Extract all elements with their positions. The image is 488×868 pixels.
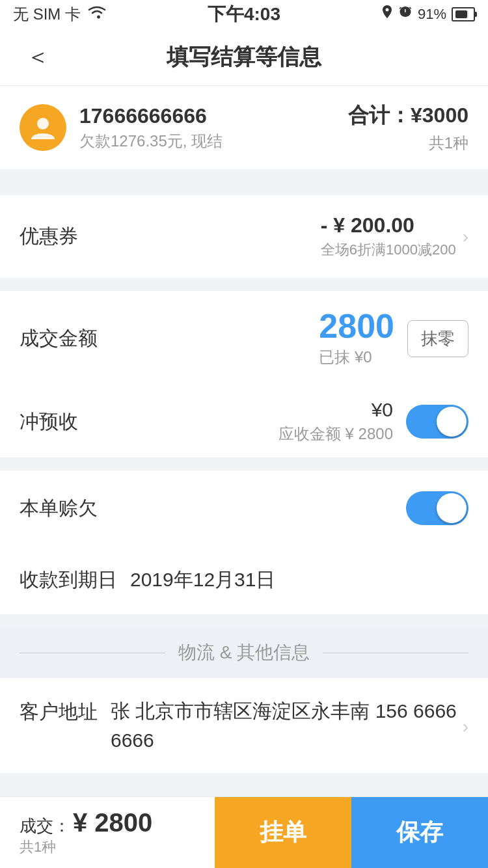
amount-row: 成交金额 2800 已抹 ¥0 抹零 [0,291,488,386]
alarm-icon [398,5,413,23]
content-area: 17666666666 欠款1276.35元, 现结 合计：¥3000 共1种 … [0,86,488,868]
prepay-row: 冲预收 ¥0 应收金额 ¥ 2800 [0,386,488,457]
no-sim-text: 无 SIM 卡 [13,4,81,25]
coupon-chevron-icon: › [463,226,468,247]
customer-card: 17666666666 欠款1276.35元, 现结 合计：¥3000 共1种 [0,86,488,169]
duedate-label: 收款到期日 [20,567,117,593]
bottom-summary-row: 成交： ¥ 2800 [20,808,195,837]
bottom-summary-label: 成交： [20,815,70,837]
coupon-label: 优惠券 [20,223,78,250]
hang-button[interactable]: 挂单 [215,797,351,869]
address-value: 张 北京市市辖区海淀区永丰南 156 6666 6666 [111,696,463,755]
coupon-info: - ¥ 200.00 全场6折满1000减200 [321,213,456,260]
address-row[interactable]: 客户地址 张 北京市市辖区海淀区永丰南 156 6666 6666 › [0,678,488,773]
divider-1 [0,182,488,195]
address-chevron-icon: › [463,716,468,737]
logistics-line-left [20,653,165,653]
logistics-text: 物流 & 其他信息 [178,640,310,665]
total-amount: 合计：¥3000 [348,102,468,130]
coupon-right: - ¥ 200.00 全场6折满1000减200 › [321,213,468,260]
svg-point-2 [37,118,49,129]
bottom-summary: 成交： ¥ 2800 共1种 [0,808,215,857]
round-button[interactable]: 抹零 [407,320,468,357]
nav-bar: ＜ 填写结算等信息 [0,29,488,86]
address-label: 客户地址 [20,699,98,726]
battery-icon [452,7,475,21]
prepay-toggle[interactable] [406,405,468,439]
customer-sub: 欠款1276.35元, 现结 [79,131,223,152]
save-button[interactable]: 保存 [351,797,488,869]
toggle-knob [437,407,467,437]
location-icon [381,5,393,23]
customer-left: 17666666666 欠款1276.35元, 现结 [20,104,223,152]
customer-phone: 17666666666 [79,104,223,128]
amount-sub: 已抹 ¥0 [319,347,394,368]
logistics-divider: 物流 & 其他信息 [0,627,488,678]
logistics-line-right [323,653,468,653]
amount-value: 2800 [319,309,394,343]
svg-rect-1 [455,10,467,18]
customer-right: 合计：¥3000 共1种 [348,102,468,154]
prepay-right: ¥0 应收金额 ¥ 2800 [278,399,468,444]
prepay-sub: 应收金额 ¥ 2800 [278,424,393,444]
debt-label: 本单赊欠 [20,495,98,522]
status-bar: 无 SIM 卡 下午4:03 91% [0,0,488,29]
bottom-summary-count: 共1种 [20,837,195,857]
amount-label: 成交金额 [20,325,98,352]
debt-toggle-knob [437,493,467,523]
back-button[interactable]: ＜ [20,34,56,79]
coupon-discount: - ¥ 200.00 [321,213,456,237]
total-count: 共1种 [348,133,468,154]
status-right: 91% [381,5,475,23]
debt-row: 本单赊欠 [0,470,488,546]
prepay-info: ¥0 应收金额 ¥ 2800 [278,399,393,444]
page-title: 填写结算等信息 [167,42,321,72]
status-time: 下午4:03 [208,2,280,27]
prepay-value: ¥0 [278,399,393,421]
battery-level: 91% [418,6,446,23]
divider-2 [0,278,488,291]
bottom-bar: 成交： ¥ 2800 共1种 挂单 保存 [0,796,488,868]
prepay-label: 冲预收 [20,409,78,435]
status-left: 无 SIM 卡 [13,4,107,25]
coupon-row[interactable]: 优惠券 - ¥ 200.00 全场6折满1000减200 › [0,195,488,278]
duedate-row: 收款到期日 2019年12月31日 [0,546,488,614]
amount-right: 2800 已抹 ¥0 抹零 [319,309,468,368]
customer-info: 17666666666 欠款1276.35元, 现结 [79,104,223,152]
wifi-icon [87,5,107,23]
divider-4 [0,614,488,627]
duedate-value: 2019年12月31日 [130,567,275,593]
coupon-desc: 全场6折满1000减200 [321,240,456,260]
avatar [20,104,66,151]
amount-info: 2800 已抹 ¥0 [319,309,394,368]
bottom-summary-amount: ¥ 2800 [73,808,152,837]
divider-3 [0,457,488,470]
debt-toggle[interactable] [406,491,468,525]
